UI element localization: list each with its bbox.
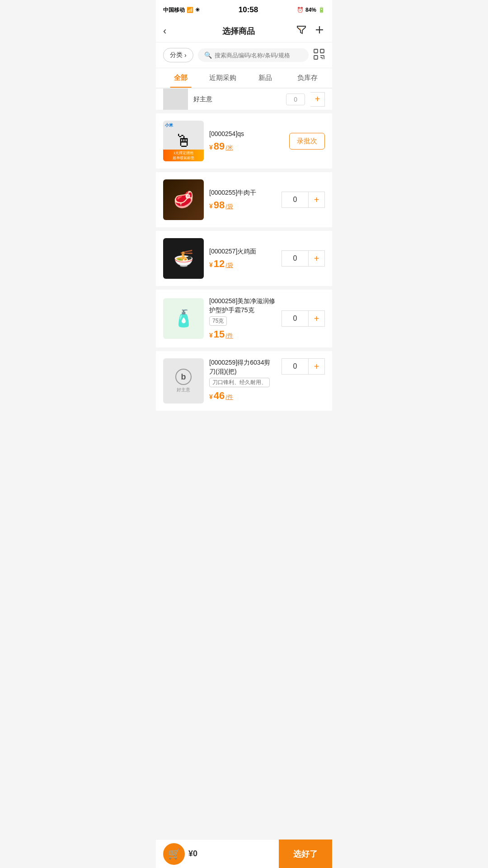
quantity-increase-button[interactable]: +	[309, 192, 325, 208]
svg-rect-3	[314, 49, 318, 53]
price-number: 89	[214, 141, 225, 152]
product-name: [0000259]得力6034剪刀(混)(把)	[209, 358, 276, 376]
quantity-increase-button[interactable]: +	[309, 250, 325, 267]
chevron-right-icon: ›	[184, 52, 187, 59]
confirm-button[interactable]: 选好了	[279, 840, 332, 868]
back-button[interactable]: ‹	[163, 25, 181, 37]
partial-product-name: 好主意	[193, 95, 212, 103]
tab-negative[interactable]: 负库存	[286, 68, 329, 88]
category-button[interactable]: 分类 ›	[163, 48, 193, 62]
wifi-icon: 📶	[187, 7, 193, 13]
quantity-stepper: 0 +	[282, 192, 325, 208]
product-item: 🧴 [0000258]美加净滋润修护型护手霜75克 75克 ¥ 15 /件 0 …	[156, 290, 332, 351]
quantity-stepper: 0 +	[282, 250, 325, 267]
tab-all[interactable]: 全部	[160, 68, 202, 88]
carrier-text: 中国移动	[163, 6, 185, 14]
tab-recent[interactable]: 近期采购	[202, 68, 244, 88]
batch-button[interactable]: 录批次	[289, 133, 325, 150]
product-emoji: 🍜	[174, 249, 194, 268]
product-name: [0000254]qs	[209, 130, 284, 139]
product-price: ¥ 12 /袋	[209, 258, 276, 270]
product-item: 🥩 [0000255]牛肉干 ¥ 98 /袋 0 +	[156, 172, 332, 231]
bottom-bar: 🛒 ¥0 选好了	[156, 839, 332, 868]
price-unit: /件	[225, 393, 233, 401]
add-icon[interactable]	[314, 24, 325, 38]
price-symbol: ¥	[209, 261, 213, 268]
status-right: ⏰ 84% 🔋	[297, 7, 325, 13]
quantity-stepper: 0 +	[282, 358, 325, 375]
svg-rect-4	[320, 49, 324, 53]
product-price: ¥ 15 /件	[209, 328, 276, 340]
brand-logo: 小米	[165, 122, 173, 128]
product-description: 刀口锋利、经久耐用、	[209, 378, 270, 387]
product-info: [0000257]火鸡面 ¥ 12 /袋	[209, 247, 276, 270]
product-item: 小米 🖱 1元撑定拥抱超单喽鼠标垫 [0000254]qs ¥ 89 /米 录批…	[156, 113, 332, 172]
cart-total: ¥0	[188, 849, 197, 859]
battery-text: 84%	[305, 7, 316, 13]
product-list: 小米 🖱 1元撑定拥抱超单喽鼠标垫 [0000254]qs ¥ 89 /米 录批…	[156, 113, 332, 414]
product-info: [0000254]qs ¥ 89 /米	[209, 130, 284, 152]
product-name: [0000257]火鸡面	[209, 247, 276, 256]
product-image: 小米 🖱 1元撑定拥抱超单喽鼠标垫	[163, 121, 204, 161]
product-price: ¥ 89 /米	[209, 141, 284, 152]
search-area: 分类 › 🔍	[156, 42, 332, 68]
product-action: 0 +	[282, 310, 325, 327]
price-unit: /件	[225, 332, 233, 340]
product-item: 🍜 [0000257]火鸡面 ¥ 12 /袋 0 +	[156, 231, 332, 290]
price-number: 98	[214, 199, 225, 211]
price-unit: /袋	[225, 202, 233, 211]
cart-section: 🛒 ¥0	[156, 843, 279, 865]
cart-icon: 🛒	[168, 848, 180, 860]
page-title: 选择商品	[222, 26, 255, 37]
product-info: [0000259]得力6034剪刀(混)(把) 刀口锋利、经久耐用、 ¥ 46 …	[209, 358, 276, 402]
price-unit: /米	[225, 144, 233, 152]
quantity-display: 0	[282, 192, 309, 208]
price-unit: /袋	[225, 261, 233, 269]
quantity-display: 0	[282, 250, 309, 267]
product-emoji: 🖱	[175, 131, 192, 151]
partial-product-image	[163, 89, 188, 112]
product-action: 0 +	[282, 250, 325, 267]
status-left: 中国移动 📶 ✳	[163, 6, 200, 14]
brand-logo: b	[175, 369, 192, 385]
price-number: 46	[214, 390, 225, 402]
signal-icon: ✳	[195, 7, 200, 13]
product-image: b 好主意	[163, 358, 204, 404]
search-input[interactable]	[215, 52, 302, 59]
product-image: 🥩	[163, 179, 204, 220]
filter-tabs: 全部 近期采购 新品 负库存	[156, 68, 332, 89]
product-name: [0000255]牛肉干	[209, 188, 276, 197]
quantity-increase-button[interactable]: +	[309, 358, 325, 375]
product-emoji: 🥩	[174, 190, 194, 209]
scan-icon[interactable]	[313, 48, 325, 62]
bottom-padding	[156, 414, 332, 446]
price-number: 12	[214, 258, 225, 270]
status-bar: 中国移动 📶 ✳ 10:58 ⏰ 84% 🔋	[156, 0, 332, 20]
product-info: [0000255]牛肉干 ¥ 98 /袋	[209, 188, 276, 211]
brand-name: 好主意	[177, 387, 190, 393]
product-action: 0 +	[282, 358, 325, 375]
alarm-icon: ⏰	[297, 7, 304, 13]
price-symbol: ¥	[209, 332, 213, 339]
product-action: 录批次	[289, 133, 325, 150]
product-action: 0 +	[282, 192, 325, 208]
search-icon: 🔍	[204, 52, 212, 59]
cart-button[interactable]: 🛒	[163, 843, 185, 865]
quantity-increase-button[interactable]: +	[309, 310, 325, 327]
quantity-display: 0	[282, 310, 309, 327]
product-name: [0000258]美加净滋润修护型护手霜75克	[209, 297, 276, 314]
product-info: [0000258]美加净滋润修护型护手霜75克 75克 ¥ 15 /件	[209, 297, 276, 340]
tab-new[interactable]: 新品	[244, 68, 286, 88]
product-emoji: 🧴	[174, 309, 194, 328]
product-item: b 好主意 [0000259]得力6034剪刀(混)(把) 刀口锋利、经久耐用、…	[156, 351, 332, 414]
filter-icon[interactable]	[296, 24, 307, 38]
quantity-stepper: 0 +	[282, 310, 325, 327]
price-symbol: ¥	[209, 202, 213, 210]
product-image: 🧴	[163, 298, 204, 339]
product-tag: 75克	[209, 316, 227, 326]
price-number: 15	[214, 328, 225, 340]
product-price: ¥ 98 /袋	[209, 199, 276, 211]
product-image: 🍜	[163, 238, 204, 279]
partial-product-item: 好主意 0 +	[156, 89, 332, 113]
price-symbol: ¥	[209, 393, 213, 400]
